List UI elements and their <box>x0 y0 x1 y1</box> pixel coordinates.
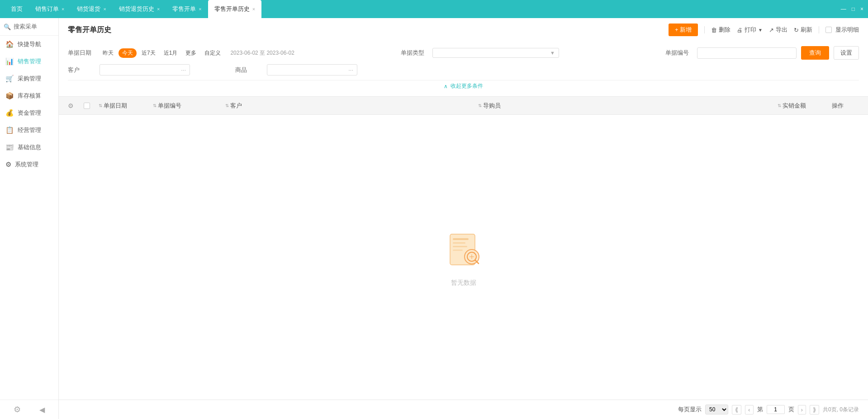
sidebar-item-finance-label: 资金管理 <box>18 109 41 117</box>
order-no-input[interactable] <box>697 47 797 59</box>
th-amount[interactable]: ⇅ 实销金额 <box>774 102 828 110</box>
tab-sales-return-close[interactable]: × <box>103 6 106 12</box>
display-detail-toggle[interactable]: 显示明细 <box>825 26 859 34</box>
customer-input[interactable]: ··· <box>100 64 190 75</box>
settings-icon[interactable]: ⚙ <box>68 102 74 109</box>
th-date[interactable]: ⇅ 单据日期 <box>95 102 149 110</box>
delete-button[interactable]: 🗑 删除 <box>711 26 730 34</box>
today-btn[interactable]: 今天 <box>119 48 137 58</box>
last-month-btn[interactable]: 近1月 <box>161 48 181 58</box>
display-detail-label: 显示明细 <box>835 26 859 34</box>
window-minimize[interactable]: — <box>841 6 846 12</box>
sidebar-item-sales-mgmt-label: 销售管理 <box>18 57 41 66</box>
tab-home[interactable]: 首页 <box>5 0 29 18</box>
print-icon: 🖨 <box>737 27 743 33</box>
display-detail-checkbox[interactable] <box>825 27 832 33</box>
export-icon: ↗ <box>769 27 774 33</box>
tab-home-label: 首页 <box>11 5 23 13</box>
order-type-select[interactable]: ▼ <box>432 48 559 58</box>
print-arrow-icon: ▼ <box>758 28 763 33</box>
last7-btn[interactable]: 近7天 <box>138 48 159 58</box>
window-close[interactable]: × <box>860 6 863 12</box>
sidebar-bottom: ⚙ ◀ <box>0 400 58 419</box>
th-orderno[interactable]: ⇅ 单据编号 <box>149 102 222 110</box>
main-layout: 🔍 搜索采单 🏠 快捷导航 📊 销售管理 🛒 采购管理 📦 库存核算 💰 资金管… <box>0 18 868 419</box>
th-guide-label: 导购员 <box>483 102 501 110</box>
sidebar-collapse-icon[interactable]: ◀ <box>39 405 45 414</box>
print-label: 打印 <box>745 26 756 34</box>
inventory-icon: 📦 <box>5 92 14 100</box>
page-size-select[interactable]: 50 10 20 100 <box>705 405 728 414</box>
table-container: ⚙ ⇅ 单据日期 ⇅ 单据编号 ⇅ 客户 ⇅ <box>59 97 868 400</box>
sidebar-item-purchase-mgmt[interactable]: 🛒 采购管理 <box>0 70 58 87</box>
export-button[interactable]: ↗ 导出 <box>769 26 787 34</box>
setting-button[interactable]: 设置 <box>834 46 859 60</box>
refresh-button[interactable]: ↻ 刷新 <box>794 26 812 34</box>
svg-rect-1 <box>453 238 469 240</box>
product-ellipsis-icon: ··· <box>348 66 353 73</box>
th-customer[interactable]: ⇅ 客户 <box>222 102 474 110</box>
th-checkbox[interactable] <box>79 103 95 109</box>
toolbar-sep-1 <box>704 26 705 33</box>
sidebar-item-purchase-mgmt-label: 采购管理 <box>18 75 41 83</box>
yesterday-btn[interactable]: 昨天 <box>100 48 117 58</box>
page-last-button[interactable]: ⟫ <box>810 405 819 414</box>
page-total: 共0页, 0条记录 <box>823 406 859 414</box>
more-date-btn[interactable]: 更多 <box>182 48 199 58</box>
filter-row-2: 客户 ··· 商品 ··· <box>68 64 859 75</box>
delete-icon: 🗑 <box>711 27 717 33</box>
empty-state: 暂无数据 <box>59 115 868 400</box>
page-number-input[interactable] <box>767 405 785 414</box>
page-title: 零售开单历史 <box>68 25 111 35</box>
sidebar-search-label: 搜索采单 <box>14 23 37 31</box>
th-settings[interactable]: ⚙ <box>62 102 79 109</box>
search-button[interactable]: 查询 <box>801 46 829 60</box>
sidebar-item-basic-info[interactable]: 📰 基础信息 <box>0 139 58 156</box>
th-customer-label: 客户 <box>230 102 242 110</box>
empty-text: 暂无数据 <box>451 279 476 287</box>
tab-sales-order-close[interactable]: × <box>62 6 64 12</box>
product-input[interactable]: ··· <box>267 64 357 75</box>
order-type-dropdown-icon: ▼ <box>550 50 555 56</box>
tab-sales-return-history[interactable]: 销货退货历史 × <box>113 0 166 18</box>
tab-retail-open[interactable]: 零售开单 × <box>166 0 208 18</box>
sidebar-item-sales-mgmt[interactable]: 📊 销售管理 <box>0 53 58 70</box>
sidebar-item-quick-nav[interactable]: 🏠 快捷导航 <box>0 36 58 53</box>
tab-bar: 首页 销售订单 × 销货退货 × 销货退货历史 × 零售开单 × 零售开单历史 … <box>0 0 868 18</box>
table-header: ⚙ ⇅ 单据日期 ⇅ 单据编号 ⇅ 客户 ⇅ <box>59 97 868 115</box>
page-jump-prefix: 第 <box>757 405 763 414</box>
tab-retail-open-history[interactable]: 零售开单历史 × <box>208 0 261 18</box>
select-all-checkbox[interactable] <box>84 103 90 109</box>
page-prev-button[interactable]: ‹ <box>745 405 753 414</box>
tab-sales-return[interactable]: 销货退货 × <box>71 0 112 18</box>
tab-retail-open-close[interactable]: × <box>199 6 201 12</box>
th-guide[interactable]: ⇅ 导购员 <box>474 102 529 110</box>
sort-date-icon: ⇅ <box>99 103 102 108</box>
tab-sales-order[interactable]: 销售订单 × <box>29 0 71 18</box>
tab-sales-return-label: 销货退货 <box>77 5 100 13</box>
collapse-filter-button[interactable]: ∧ 收起更多条件 <box>68 80 859 92</box>
add-button[interactable]: + 新增 <box>669 24 698 36</box>
page-size-label: 每页显示 <box>678 405 702 414</box>
sidebar-settings-icon[interactable]: ⚙ <box>14 405 21 414</box>
sidebar-item-system-mgmt[interactable]: ⚙ 系统管理 <box>0 156 58 173</box>
sidebar-item-finance[interactable]: 💰 资金管理 <box>0 104 58 122</box>
finance-icon: 💰 <box>5 109 14 117</box>
tab-sales-return-history-close[interactable]: × <box>157 6 160 12</box>
page-next-button[interactable]: › <box>798 405 806 414</box>
custom-date-btn[interactable]: 自定义 <box>201 48 224 58</box>
page-first-button[interactable]: ⟪ <box>732 405 741 414</box>
sidebar-search[interactable]: 🔍 搜索采单 <box>0 18 58 36</box>
th-action: 操作 <box>828 102 864 110</box>
date-range-text: 2023-06-02 至 2023-06-02 <box>230 49 294 57</box>
window-maximize[interactable]: □ <box>852 6 855 12</box>
tab-retail-open-label: 零售开单 <box>172 5 196 13</box>
print-button[interactable]: 🖨 打印 ▼ <box>737 26 763 34</box>
sidebar: 🔍 搜索采单 🏠 快捷导航 📊 销售管理 🛒 采购管理 📦 库存核算 💰 资金管… <box>0 18 59 419</box>
sidebar-item-basic-info-label: 基础信息 <box>18 143 41 151</box>
tab-retail-open-history-close[interactable]: × <box>252 6 255 12</box>
sidebar-item-inventory[interactable]: 📦 库存核算 <box>0 87 58 104</box>
export-label: 导出 <box>776 26 787 34</box>
window-controls: — □ × <box>841 6 863 12</box>
sidebar-item-operations[interactable]: 📋 经营管理 <box>0 122 58 139</box>
